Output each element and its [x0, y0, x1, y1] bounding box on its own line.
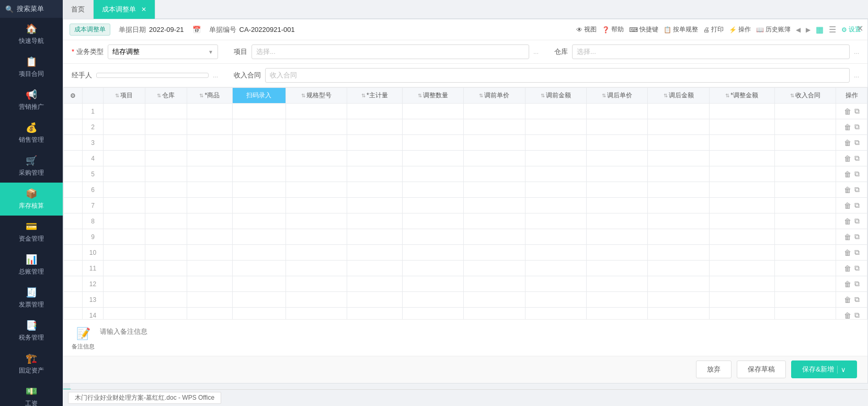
delete-row-icon[interactable]: 🗑 [844, 280, 851, 288]
row-cell[interactable] [464, 213, 525, 229]
row-cell[interactable] [709, 245, 774, 261]
row-cell[interactable] [587, 292, 648, 308]
row-cell[interactable] [402, 229, 463, 245]
row-cell[interactable] [402, 119, 463, 135]
row-cell[interactable] [187, 213, 232, 229]
handler-more[interactable]: ... [213, 72, 218, 79]
row-cell[interactable] [145, 213, 187, 229]
row-cell[interactable] [347, 104, 402, 119]
copy-row-icon[interactable]: ⧉ [854, 295, 860, 304]
review-btn[interactable]: 📋 按单规整 [664, 25, 698, 34]
sidebar-item-finance[interactable]: 💳 资金管理 [0, 216, 63, 249]
delete-row-icon[interactable]: 🗑 [844, 170, 851, 178]
row-cell[interactable] [347, 261, 402, 276]
col-adj-qty[interactable]: ⇅调整数量 [402, 88, 463, 104]
row-cell[interactable] [464, 308, 525, 319]
row-cell[interactable] [285, 261, 347, 276]
row-cell[interactable] [774, 292, 836, 308]
row-cell[interactable] [464, 229, 525, 245]
row-cell[interactable] [285, 198, 347, 213]
copy-row-icon[interactable]: ⧉ [854, 232, 860, 241]
row-cell[interactable] [402, 198, 463, 213]
row-cell[interactable] [145, 151, 187, 166]
row-cell[interactable] [347, 166, 402, 182]
row-cell[interactable] [347, 135, 402, 151]
discard-button[interactable]: 放弃 [696, 360, 732, 378]
row-cell[interactable] [525, 198, 586, 213]
row-cell[interactable] [525, 104, 586, 119]
row-cell[interactable] [709, 229, 774, 245]
row-cell[interactable] [464, 245, 525, 261]
row-cell[interactable] [232, 104, 285, 119]
row-cell[interactable] [402, 245, 463, 261]
row-cell[interactable] [104, 104, 145, 119]
row-cell[interactable] [402, 135, 463, 151]
col-warehouse[interactable]: ⇅仓库 [145, 88, 187, 104]
row-cell[interactable] [145, 292, 187, 308]
save-new-button[interactable]: 保存&新增 ∨ [791, 360, 857, 378]
row-cell[interactable] [285, 245, 347, 261]
row-cell[interactable] [145, 276, 187, 292]
col-income-contract[interactable]: ⇅收入合同 [774, 88, 836, 104]
delete-row-icon[interactable]: 🗑 [844, 233, 851, 241]
row-cell[interactable] [525, 135, 586, 151]
row-cell[interactable] [464, 261, 525, 276]
row-cell[interactable] [145, 245, 187, 261]
sidebar-item-sales[interactable]: 💰 销售管理 [0, 117, 63, 150]
row-cell[interactable] [774, 104, 836, 119]
row-cell[interactable] [648, 245, 709, 261]
row-cell[interactable] [774, 213, 836, 229]
row-cell[interactable] [285, 182, 347, 198]
warehouse-select[interactable]: 选择... [572, 44, 850, 59]
row-cell[interactable] [285, 292, 347, 308]
row-cell[interactable] [402, 166, 463, 182]
row-cell[interactable] [104, 182, 145, 198]
row-cell[interactable] [402, 151, 463, 166]
delete-row-icon[interactable]: 🗑 [844, 217, 851, 225]
shortcut-btn[interactable]: ⌨ 快捷键 [629, 25, 658, 34]
row-cell[interactable] [347, 308, 402, 319]
nav-next-btn[interactable]: ▶ [806, 26, 810, 33]
row-cell[interactable] [104, 292, 145, 308]
delete-row-icon[interactable]: 🗑 [844, 186, 851, 194]
delete-row-icon[interactable]: 🗑 [844, 264, 851, 273]
row-cell[interactable] [347, 198, 402, 213]
row-cell[interactable] [774, 261, 836, 276]
row-cell[interactable] [525, 119, 586, 135]
row-cell[interactable] [285, 151, 347, 166]
row-cell[interactable] [104, 198, 145, 213]
row-cell[interactable] [232, 119, 285, 135]
row-cell[interactable] [648, 104, 709, 119]
help-btn[interactable]: ❓ 帮助 [602, 25, 624, 34]
row-cell[interactable] [232, 276, 285, 292]
sidebar-item-invoice[interactable]: 🧾 发票管理 [0, 281, 63, 314]
row-cell[interactable] [464, 166, 525, 182]
row-cell[interactable] [648, 229, 709, 245]
row-cell[interactable] [402, 213, 463, 229]
sidebar-item-quick-nav[interactable]: 🏠 快速导航 [0, 18, 63, 51]
row-cell[interactable] [709, 276, 774, 292]
sidebar-item-project-contract[interactable]: 📋 项目合同 [0, 51, 63, 84]
row-cell[interactable] [402, 276, 463, 292]
row-cell[interactable] [402, 308, 463, 319]
copy-row-icon[interactable]: ⧉ [854, 279, 860, 288]
row-cell[interactable] [525, 276, 586, 292]
delete-row-icon[interactable]: 🗑 [844, 249, 851, 257]
row-cell[interactable] [347, 119, 402, 135]
row-cell[interactable] [187, 166, 232, 182]
col-after-price[interactable]: ⇅调后单价 [587, 88, 648, 104]
row-cell[interactable] [347, 292, 402, 308]
row-cell[interactable] [187, 104, 232, 119]
row-cell[interactable] [774, 119, 836, 135]
note-input[interactable] [100, 325, 859, 346]
row-cell[interactable] [774, 229, 836, 245]
row-cell[interactable] [709, 308, 774, 319]
row-cell[interactable] [648, 135, 709, 151]
row-cell[interactable] [648, 261, 709, 276]
delete-row-icon[interactable]: 🗑 [844, 201, 851, 210]
row-cell[interactable] [648, 308, 709, 319]
row-cell[interactable] [285, 229, 347, 245]
row-cell[interactable] [187, 261, 232, 276]
row-cell[interactable] [709, 198, 774, 213]
copy-row-icon[interactable]: ⧉ [854, 185, 860, 194]
